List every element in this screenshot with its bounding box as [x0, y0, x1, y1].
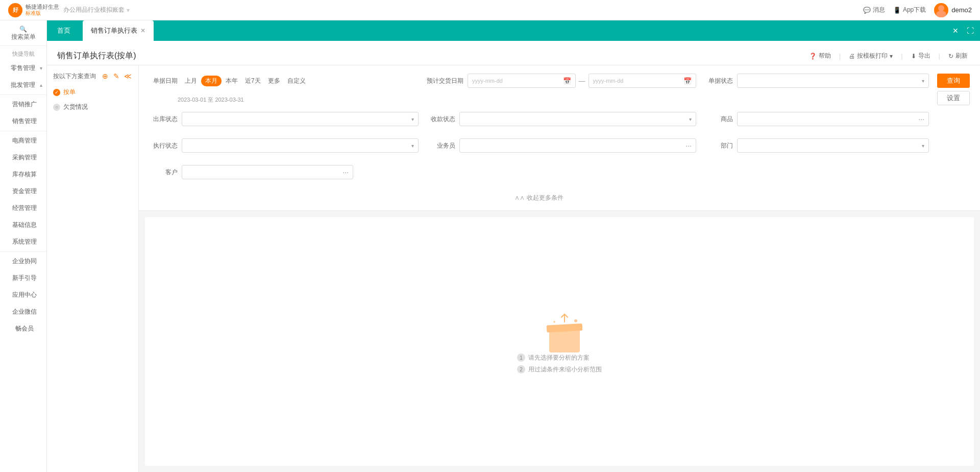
top-header-right: 💬 消息 📱 App下载 demo2 — [863, 3, 972, 17]
filter-item-by-credit[interactable]: ○ 欠货情况 — [47, 100, 138, 114]
date-tab-this-month[interactable]: 本月 — [201, 76, 222, 86]
empty-hint-2: 2 用过滤条件来缩小分析范围 — [517, 365, 602, 374]
collapse-icon: ∧∧ — [514, 194, 525, 201]
page-title: 销售订单执行表(按单) — [57, 51, 136, 61]
action-divider: | — [839, 52, 841, 60]
query-buttons: 查询 设置 — [937, 74, 970, 105]
svg-point-1 — [936, 11, 946, 17]
sidebar-item-wholesale-mgmt[interactable]: 批发管理 ▴ — [0, 77, 46, 93]
sidebar-item-member[interactable]: 畅会员 — [0, 320, 46, 337]
app-download-button[interactable]: 📱 App下载 — [893, 6, 926, 14]
chevron-up-icon: ▴ — [40, 82, 42, 88]
edit-filter-icon[interactable]: ✎ — [112, 72, 121, 81]
date-field: 单据日期 上月 本月 本年 近7天 更多 — [149, 76, 419, 86]
collection-dropdown[interactable]: ▾ — [459, 112, 696, 126]
tab-close-icon[interactable]: ✕ — [140, 27, 145, 34]
collapse-filter-icon[interactable]: ≪ — [123, 72, 132, 81]
sidebar: 🔍 搜索菜单 快捷导航 零售管理 ▾ 批发管理 ▴ 营销推广 销售管理 电商管理 — [0, 20, 47, 472]
svg-point-6 — [553, 321, 555, 323]
sidebar-item-system-mgmt[interactable]: 系统管理 — [0, 233, 46, 250]
results-area: 1 请先选择要分析的方案 2 用过滤条件来缩小分析范围 — [145, 217, 974, 466]
sidebar-item-basic-info[interactable]: 基础信息 — [0, 217, 46, 233]
calendar-end-icon[interactable]: 📅 — [683, 77, 692, 85]
message-button[interactable]: 💬 消息 — [863, 6, 885, 14]
filter-panel: 按以下方案查询 ⊕ ✎ ≪ ✓ 按单 ○ 欠货情况 — [47, 65, 139, 472]
page-header: 销售订单执行表(按单) ❓ 帮助 | 🖨 按模板打印 ▾ | ⬇ — [47, 41, 980, 65]
sidebar-item-purchase[interactable]: 采购管理 — [0, 149, 46, 166]
tab-fullscreen-icon[interactable]: ⛶ — [965, 25, 976, 37]
salesperson-dots[interactable]: ··· — [685, 141, 692, 150]
collection-arrow: ▾ — [689, 116, 692, 122]
sidebar-quick-nav[interactable]: 快捷导航 — [0, 46, 46, 60]
avatar — [934, 3, 948, 17]
date-tab-this-year[interactable]: 本年 — [223, 76, 241, 86]
sidebar-item-ecommerce[interactable]: 电商管理 — [0, 132, 46, 149]
user-area[interactable]: demo2 — [934, 3, 972, 17]
expected-date-end[interactable]: yyyy-mm-dd 📅 — [589, 74, 697, 88]
date-label: 单据日期 — [149, 77, 178, 85]
help-icon: ❓ — [809, 53, 817, 60]
expected-date-label: 预计交货日期 — [427, 77, 463, 85]
help-button[interactable]: ❓ 帮助 — [807, 51, 833, 61]
query-button[interactable]: 查询 — [937, 74, 970, 88]
add-filter-icon[interactable]: ⊕ — [101, 72, 110, 81]
expected-date-field: 预计交货日期 yyyy-mm-dd 📅 — — [427, 74, 696, 88]
sidebar-search[interactable]: 🔍 搜索菜单 — [0, 20, 46, 46]
sidebar-item-inventory[interactable]: 库存核算 — [0, 166, 46, 183]
out-status-dropdown[interactable]: ▾ — [182, 112, 419, 126]
collapse-button[interactable]: ∧∧ 收起更多条件 — [149, 192, 929, 206]
out-status-label: 出库状态 — [149, 115, 178, 124]
page-actions: ❓ 帮助 | 🖨 按模板打印 ▾ | ⬇ 导出 | — [807, 51, 970, 61]
goods-dots[interactable]: ··· — [918, 115, 924, 123]
date-tab-more[interactable]: 更多 — [265, 76, 283, 86]
filter-panel-header: 按以下方案查询 ⊕ ✎ ≪ — [47, 72, 138, 85]
date-tab-custom[interactable]: 自定义 — [284, 76, 309, 86]
chevron-icon: ▾ — [40, 65, 42, 71]
logo-text: 畅捷通好生意 标准版 — [26, 4, 59, 16]
status-label: 单据状态 — [704, 77, 733, 85]
date-tab-last7[interactable]: 近7天 — [242, 76, 264, 86]
print-button[interactable]: 🖨 按模板打印 ▾ — [847, 51, 895, 61]
out-status-field: 出库状态 ▾ — [149, 112, 419, 126]
hint-number-2: 2 — [517, 365, 525, 373]
tab-sales-exec[interactable]: 销售订单执行表 ✕ — [83, 20, 154, 41]
refresh-button[interactable]: ↻ 刷新 — [946, 51, 970, 61]
exec-status-dropdown[interactable]: ▾ — [182, 138, 419, 153]
salesperson-input[interactable]: ··· — [459, 138, 696, 153]
print-dropdown-icon[interactable]: ▾ — [890, 53, 893, 60]
settings-button[interactable]: 设置 — [937, 91, 970, 105]
sidebar-item-enterprise-wechat[interactable]: 企业微信 — [0, 303, 46, 320]
sidebar-item-app-center[interactable]: 应用中心 — [0, 287, 46, 303]
filter-panel-icons: ⊕ ✎ ≪ — [101, 72, 132, 81]
query-row-1: 单据日期 上月 本月 本年 近7天 更多 — [149, 74, 929, 88]
date-tab-last-month[interactable]: 上月 — [182, 76, 200, 86]
hint-number-1: 1 — [517, 353, 525, 362]
sidebar-item-operations[interactable]: 经营管理 — [0, 200, 46, 217]
expected-date-range: yyyy-mm-dd 📅 — yyyy-mm-dd 📅 — [468, 74, 696, 88]
filter-inactive-icon: ○ — [53, 104, 60, 111]
status-dropdown[interactable]: ▾ — [737, 74, 929, 88]
sidebar-item-sales-mgmt[interactable]: 销售管理 — [0, 113, 46, 130]
sidebar-divider-3 — [0, 251, 46, 252]
breadcrumb[interactable]: 办公用品行业模拟账套 ▾ — [63, 6, 132, 14]
export-button[interactable]: ⬇ 导出 — [909, 51, 933, 61]
calendar-start-icon[interactable]: 📅 — [563, 77, 571, 85]
query-row-2: 出库状态 ▾ 收款状态 — [149, 112, 929, 126]
dept-dropdown[interactable]: ▾ — [737, 138, 929, 153]
empty-illustration — [539, 306, 580, 347]
sidebar-item-new-guide[interactable]: 新手引导 — [0, 270, 46, 287]
goods-input[interactable]: ··· — [737, 112, 929, 126]
filter-item-by-order[interactable]: ✓ 按单 — [47, 85, 138, 100]
customer-input[interactable]: ··· — [182, 165, 353, 179]
expected-date-start[interactable]: yyyy-mm-dd 📅 — [468, 74, 576, 88]
sidebar-item-retail-mgmt[interactable]: 零售管理 ▾ — [0, 60, 46, 77]
top-header: 好 畅捷通好生意 标准版 办公用品行业模拟账套 ▾ 💬 消息 📱 App下载 — [0, 0, 980, 20]
customer-dots[interactable]: ··· — [342, 168, 349, 176]
sidebar-item-marketing[interactable]: 营销推广 — [0, 96, 46, 113]
sidebar-item-finance[interactable]: 资金管理 — [0, 183, 46, 200]
sidebar-item-enterprise-collab[interactable]: 企业协同 — [0, 253, 46, 270]
tab-close-all-icon[interactable]: ✕ — [950, 25, 961, 37]
tab-home[interactable]: 首页 — [47, 20, 81, 41]
salesperson-field: 业务员 ··· — [427, 138, 696, 153]
exec-status-field: 执行状态 ▾ — [149, 138, 419, 153]
